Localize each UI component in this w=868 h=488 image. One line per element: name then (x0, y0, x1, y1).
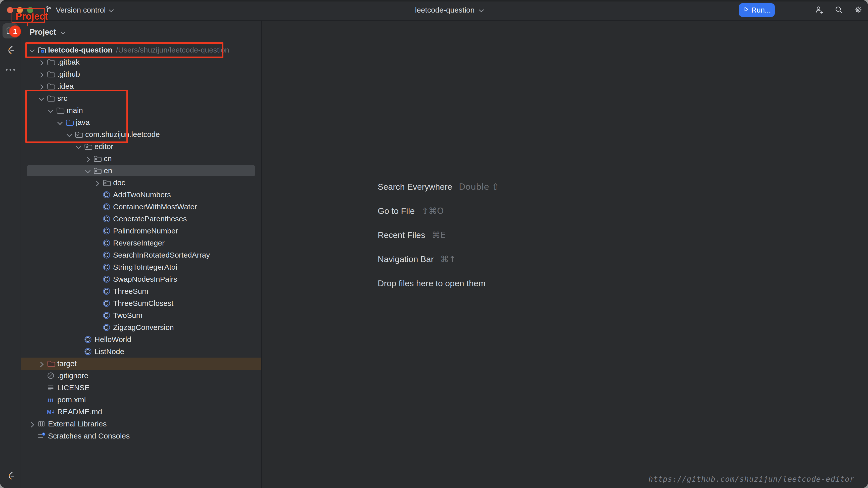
tree-row[interactable]: MREADME.md (21, 406, 261, 418)
settings-button[interactable] (853, 5, 863, 15)
tree-row[interactable]: HelloWorld (21, 333, 261, 345)
tree-row[interactable]: ThreeSumClosest (21, 297, 261, 309)
chevron-right-icon[interactable] (82, 157, 92, 160)
more-tool-windows-button[interactable] (0, 69, 21, 71)
class-icon (83, 335, 93, 344)
folder-icon (46, 58, 56, 67)
chevron-down-icon[interactable] (82, 169, 92, 173)
titlebar: Version control leetcode-question Run... (0, 0, 868, 21)
search-icon (834, 5, 844, 16)
tree-row[interactable]: cn (21, 153, 261, 164)
class-icon (101, 311, 112, 320)
leetcode-tool-button-bottom[interactable] (6, 471, 15, 481)
tree-item-label: ReverseInteger (113, 239, 165, 247)
tree-item-label: GenerateParentheses (113, 215, 187, 223)
tree-row[interactable]: AddTwoNumbers (21, 189, 261, 201)
tree-row[interactable]: ZigzagConversion (21, 322, 261, 333)
chevron-right-icon[interactable] (36, 60, 46, 64)
ide-window: Version control leetcode-question Run... (0, 0, 868, 488)
shortcut-label: Go to File (378, 206, 415, 216)
tree-item-label: SearchInRotatedSortedArray (113, 251, 210, 259)
tree-item-label: editor (94, 142, 113, 151)
search-button[interactable] (834, 5, 844, 15)
class-icon (101, 239, 112, 247)
project-panel-header[interactable]: Project (21, 20, 261, 44)
project-selector[interactable]: leetcode-question (415, 0, 484, 20)
run-button[interactable]: Run... (739, 3, 775, 17)
tree-item-label: ZigzagConversion (113, 323, 174, 332)
tree-row[interactable]: ContainerWithMostWater (21, 201, 261, 213)
chevron-down-icon[interactable] (73, 145, 83, 149)
shortcut-row: Navigation Bar ⌘↑ (378, 254, 499, 264)
class-icon (101, 190, 112, 199)
shortcut-label: Recent Files (378, 230, 425, 240)
chevron-right-icon[interactable] (91, 181, 101, 185)
tree-row[interactable]: .gitignore (21, 370, 261, 382)
tree-row[interactable]: SearchInRotatedSortedArray (21, 249, 261, 261)
tree-row[interactable]: External Libraries (21, 418, 261, 430)
chevron-right-icon[interactable] (36, 72, 46, 76)
class-icon (101, 287, 112, 296)
tree-row[interactable]: LICENSE (21, 382, 261, 394)
tree-row[interactable]: ReverseInteger (21, 237, 261, 249)
shortcut-keys: ⌘E (432, 230, 445, 240)
chevron-right-icon[interactable] (26, 422, 36, 426)
tree-item-label: ThreeSum (113, 287, 148, 296)
empty-state: Search Everywhere Double ⇧ Go to File ⇧⌘… (378, 181, 499, 302)
tree-item-label: StringToIntegerAtoi (113, 263, 177, 271)
tree-item-label: target (57, 359, 76, 368)
leetcode-tool-button[interactable] (5, 45, 15, 56)
package-icon (92, 154, 102, 163)
tree-row[interactable]: TwoSum (21, 309, 261, 322)
shortcut-row: Recent Files ⌘E (378, 230, 499, 240)
tree-row[interactable]: doc (21, 177, 261, 189)
vcs-widget[interactable]: Version control (44, 0, 114, 20)
tree-item-label: .gitbak (57, 58, 80, 66)
shortcut-row: Go to File ⇧⌘O (378, 206, 499, 216)
chevron-down-icon (108, 6, 114, 14)
ignore-icon (46, 371, 56, 380)
annotation-label: Project (16, 11, 48, 22)
annotation-badge: 1 (9, 25, 21, 37)
class-icon (101, 226, 112, 236)
tree-row[interactable]: ThreeSum (21, 285, 261, 297)
tool-window-stripe (0, 20, 21, 488)
tree-item-label: ThreeSumClosest (113, 299, 174, 308)
tree-row[interactable]: StringToIntegerAtoi (21, 261, 261, 273)
tree-row[interactable]: ListNode (21, 345, 261, 358)
chevron-right-icon[interactable] (36, 85, 46, 88)
tree-item-label: HelloWorld (94, 335, 131, 344)
class-icon (101, 275, 112, 284)
add-user-button[interactable] (814, 5, 824, 15)
tree-row[interactable]: SwapNodesInPairs (21, 273, 261, 285)
tree-item-label: TwoSum (113, 311, 143, 319)
vcs-label: Version control (56, 6, 105, 14)
tree-item-label: .idea (57, 82, 74, 90)
tree-row[interactable]: Scratches and Consoles (21, 430, 261, 442)
shortcut-keys: Double ⇧ (459, 182, 499, 192)
class-icon (101, 250, 112, 260)
tree-row[interactable]: .github (21, 68, 261, 80)
markdown-icon: M (46, 407, 56, 416)
shortcut-keys: ⌘↑ (440, 254, 456, 264)
tree-row[interactable]: PalindromeNumber (21, 225, 261, 237)
tree-row[interactable]: GenerateParentheses (21, 213, 261, 225)
tree-item-label: .gitignore (57, 371, 88, 380)
tree-row[interactable]: target (21, 358, 261, 370)
tree-item-label: Scratches and Consoles (48, 432, 130, 440)
gear-icon (853, 5, 863, 16)
annotation-connector (27, 23, 28, 26)
leetcode-icon (5, 51, 15, 56)
tree-item-label: en (104, 166, 112, 175)
textfile-icon (46, 383, 56, 392)
repo-url: https://github.com/shuzijun/leetcode-edi… (648, 475, 855, 484)
class-icon (101, 323, 112, 332)
folder-icon (46, 82, 56, 91)
maven-icon: m (46, 395, 56, 404)
tree-row[interactable]: en (21, 164, 261, 177)
chevron-right-icon[interactable] (36, 362, 46, 366)
tree-item-label: cn (104, 154, 112, 163)
run-button-label: Run... (751, 6, 771, 14)
tree-row[interactable]: mpom.xml (21, 394, 261, 406)
folder-excluded-icon (46, 359, 56, 368)
